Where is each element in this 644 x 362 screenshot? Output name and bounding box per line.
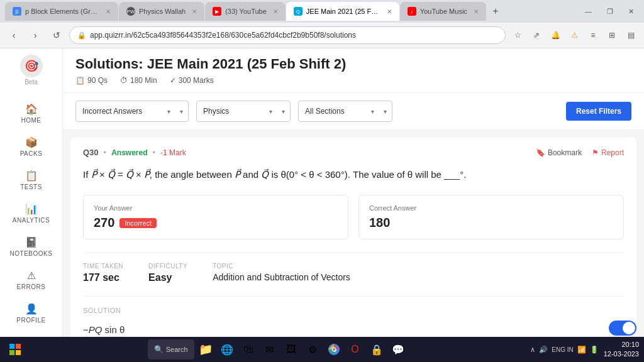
clock-time: 20:10 [604, 340, 639, 349]
filter-type-dropdown[interactable]: Incorrect Answers ▾ [75, 101, 189, 122]
time-value: 180 Min [130, 76, 157, 85]
question-header: Q30 • Answered • -1 Mark 🔖 Bookmark ⚑ Re… [83, 148, 624, 157]
tab-close-5[interactable]: ✕ [474, 8, 479, 15]
logo-area: 🎯 Beta [20, 55, 43, 85]
toggle-switch[interactable] [609, 321, 636, 336]
sidebar-item-tests[interactable]: 📋 TESTS [6, 165, 57, 195]
taskbar-file-explorer[interactable]: 📁 [196, 339, 216, 359]
filter-section-dropdown[interactable]: All Sections ▾ [298, 101, 392, 122]
page-title: Solutions: JEE Main 2021 (25 Feb Shift 2… [75, 56, 631, 72]
sidebar-item-packs[interactable]: 📦 PACKS [6, 131, 57, 162]
expand-tray-icon[interactable]: ∧ [530, 346, 535, 354]
address-bar: ‹ › ↺ 🔒 app.quizrr.in/62c5ca493f85644353… [0, 23, 644, 48]
forward-button[interactable]: › [26, 26, 44, 44]
taskbar-vpn[interactable]: 🔒 [367, 339, 387, 359]
address-actions: ☆ ⇗ 🔔 ⚠ ≡ ⊞ ▤ [509, 27, 639, 43]
stats-row: TIME TAKEN 177 sec DIFFICULTY Easy TOPIC… [83, 252, 624, 283]
question-actions: 🔖 Bookmark ⚑ Report [536, 148, 624, 157]
reset-filters-button[interactable]: Reset Filters [566, 102, 631, 121]
sidebar-item-analytics[interactable]: 📊 ANALYTICS [6, 198, 57, 229]
url-bar[interactable]: 🔒 app.quizrr.in/62c5ca493f85644353f2e168… [69, 26, 506, 44]
main-content: Solutions: JEE Main 2021 (25 Feb Shift 2… [63, 48, 644, 362]
start-button[interactable] [5, 339, 25, 359]
sidebar: 🎯 Beta 🏠 HOME 📦 PACKS 📋 TESTS 📊 ANALYTIC… [0, 48, 63, 362]
topic-label: TOPIC [213, 263, 350, 270]
questions-meta: 📋 90 Qs [75, 76, 108, 85]
tab-close-4[interactable]: ✕ [387, 8, 392, 15]
your-answer-label: Your Answer [94, 204, 338, 212]
sidebar-label-home: HOME [21, 117, 42, 124]
filter-type-value: Incorrect Answers [82, 107, 142, 116]
tab-close-1[interactable]: ✕ [106, 8, 111, 15]
refresh-button[interactable]: ↺ [48, 26, 65, 44]
taskbar-mail[interactable]: ✉ [260, 339, 280, 359]
sidebar-label-packs: PACKS [20, 150, 43, 157]
sidebar-item-home[interactable]: 🏠 HOME [6, 98, 57, 129]
topic-value: Addition and Subtraction of Vectors [213, 272, 350, 282]
apps-icon[interactable]: ⊞ [604, 27, 620, 43]
filter-subject-dropdown[interactable]: Physics ▾ [196, 101, 291, 122]
locale-label: ENG IN [552, 346, 573, 353]
clock-date: 12-03-2023 [604, 349, 639, 359]
back-button[interactable]: ‹ [5, 26, 23, 44]
minimize-button[interactable]: — [580, 5, 597, 18]
taskbar-opera[interactable]: O [345, 339, 365, 359]
speaker-icon[interactable]: 🔊 [539, 346, 548, 354]
taskbar-search[interactable]: 🔍 Search [148, 339, 194, 359]
page-header: Solutions: JEE Main 2021 (25 Feb Shift 2… [63, 48, 644, 93]
home-icon: 🏠 [25, 103, 38, 115]
sidebar-label-analytics: ANALYTICS [13, 217, 50, 224]
restore-button[interactable]: ❐ [602, 5, 618, 18]
url-text: app.quizrr.in/62c5ca493f85644353f2e168/6… [90, 31, 497, 40]
bookmark-icon: 🔖 [536, 148, 545, 157]
menu-icon[interactable]: ≡ [585, 27, 601, 43]
sidebar-label-notebooks: NOTEBOOKS [10, 250, 53, 257]
new-tab-button[interactable]: + [487, 3, 504, 20]
share-icon[interactable]: ⇗ [528, 27, 545, 43]
taskbar-discord[interactable]: 💬 [388, 339, 408, 359]
sidebar-item-errors[interactable]: ⚠ ERRORS [6, 265, 57, 295]
questions-count: 90 Qs [87, 76, 108, 85]
sidebar-item-notebooks[interactable]: 📓 NOTEBOOKS [6, 231, 57, 262]
bookmark-button[interactable]: 🔖 Bookmark [536, 148, 582, 157]
bookmark-star-icon[interactable]: ☆ [509, 27, 526, 43]
taskbar-edge[interactable]: 🌐 [217, 339, 237, 359]
time-taken-label: TIME TAKEN [83, 263, 123, 270]
tab-physics-wallah[interactable]: PW Physics Wallah ✕ [119, 2, 204, 21]
tab-youtube[interactable]: ▶ (33) YouTube ✕ [205, 2, 286, 21]
sidebar-label-tests: TESTS [20, 184, 42, 190]
sidebar-item-profile[interactable]: 👤 PROFILE [6, 298, 57, 329]
sidebar-toggle-icon[interactable]: ▤ [623, 27, 639, 43]
app-container: 🎯 Beta 🏠 HOME 📦 PACKS 📋 TESTS 📊 ANALYTIC… [0, 48, 644, 362]
bookmark-label: Bookmark [548, 148, 582, 157]
solution-label: SOLUTION [83, 307, 624, 314]
tab-youtube-music[interactable]: ♪ YouTube Music ✕ [400, 2, 486, 21]
taskbar-icons: 🔍 Search 📁 🌐 🛍 ✉ 🖼 ⚙ O 🔒 💬 [28, 339, 528, 359]
close-button[interactable]: ✕ [623, 5, 639, 18]
topic-stat: TOPIC Addition and Subtraction of Vector… [213, 263, 350, 283]
taskbar-store[interactable]: 🛍 [238, 339, 258, 359]
toggle-area [609, 321, 636, 336]
taskbar-photos[interactable]: 🖼 [281, 339, 301, 359]
taskbar-settings[interactable]: ⚙ [303, 339, 323, 359]
window-controls: — ❐ ✕ [580, 5, 644, 18]
wifi-icon[interactable]: 📶 [577, 346, 586, 354]
tab-jee-main[interactable]: Q JEE Main 2021 (25 Feb Shift 2) - C ✕ [286, 2, 399, 21]
question-text: If P⃗ × Q⃗ = Q⃗ × P⃗, the angle between … [83, 167, 624, 182]
time-taken-value: 177 sec [83, 272, 123, 283]
tab-p-block[interactable]: p p Block Elements (Group 15, 16, 17, 6.… [5, 2, 118, 21]
battery-icon[interactable]: 🔋 [590, 346, 599, 354]
notebooks-icon: 📓 [25, 236, 38, 248]
alert-icon[interactable]: 🔔 [547, 27, 564, 43]
tab-close-3[interactable]: ✕ [273, 8, 278, 15]
warning-icon[interactable]: ⚠ [566, 27, 582, 43]
system-clock[interactable]: 20:10 12-03-2023 [604, 340, 639, 359]
correct-answer-box: Correct Answer 180 [358, 195, 624, 239]
taskbar-chrome[interactable] [324, 339, 344, 359]
report-button[interactable]: ⚑ Report [592, 148, 624, 157]
report-icon: ⚑ [592, 148, 599, 157]
question-status: Answered [111, 148, 147, 157]
marks-meta: ✓ 300 Marks [170, 76, 214, 85]
tab-bar: p p Block Elements (Group 15, 16, 17, 6.… [0, 0, 644, 23]
tab-close-2[interactable]: ✕ [192, 8, 197, 15]
